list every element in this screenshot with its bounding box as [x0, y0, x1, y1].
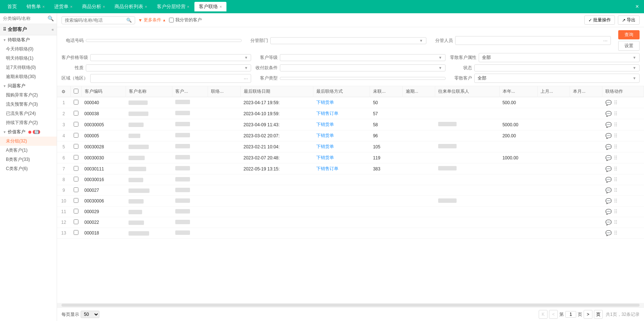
chat-icon[interactable]: 💬 [605, 187, 612, 193]
filter-search-input[interactable] [65, 18, 126, 23]
sidebar-item-classA[interactable]: A类客户(1) [0, 146, 57, 155]
row-checkbox[interactable] [74, 209, 78, 214]
chat-icon[interactable]: 💬 [605, 209, 612, 215]
sidebar-search-icon[interactable]: 🔍 [47, 15, 54, 21]
sidebar-search-input[interactable] [3, 16, 47, 21]
all-customers-header[interactable]: ⠿ 全部客户 « [0, 24, 57, 35]
sidebar-item-classB[interactable]: B类客户(33) [0, 155, 57, 164]
filter-customer-level-select[interactable]: ▼ [280, 54, 445, 61]
batch-operation-btn[interactable]: ✓ 批量操作 [584, 15, 615, 25]
close-customer-segment-icon[interactable]: × [187, 4, 189, 9]
row-checkbox[interactable] [74, 122, 78, 127]
reset-button[interactable]: 设置 [618, 41, 640, 51]
last-way-link[interactable]: 下销货单 [316, 100, 334, 105]
page-number-input[interactable] [565, 311, 576, 318]
cell-check[interactable] [70, 185, 81, 196]
row-checkbox[interactable] [74, 230, 78, 235]
cell-check[interactable] [70, 141, 81, 152]
row-checkbox[interactable] [74, 187, 78, 192]
grid-action-icon[interactable]: ⠿ [614, 155, 617, 161]
grid-action-icon[interactable]: ⠿ [614, 166, 617, 172]
chat-icon[interactable]: 💬 [605, 122, 612, 128]
query-button[interactable]: 查询 [618, 30, 640, 39]
sidebar-item-tomorrow[interactable]: 明天待联络(1) [0, 54, 57, 63]
section-problem-customer[interactable]: ▼ 问题客户 [0, 81, 57, 91]
section-value-customer[interactable]: ▼ 价值客户 🔄 [0, 127, 57, 137]
filter-payment-select[interactable]: ▼ [280, 64, 445, 71]
row-checkbox[interactable] [74, 198, 78, 203]
filter-person-input[interactable]: ··· [455, 36, 611, 45]
close-purchase-icon[interactable]: × [70, 4, 72, 9]
cell-check[interactable] [70, 119, 81, 130]
cell-check[interactable] [70, 196, 81, 207]
row-checkbox[interactable] [74, 100, 78, 105]
close-product-analysis-list-icon[interactable]: × [145, 4, 147, 9]
filter-nature-select[interactable]: ▼ [86, 64, 251, 71]
more-conditions-btn[interactable]: ▼ 更多条件 ▲ [138, 17, 166, 23]
cell-check[interactable] [70, 174, 81, 185]
close-product-analysis-icon[interactable]: × [103, 4, 105, 9]
sidebar-item-churn-warning[interactable]: 流失预警客户(3) [0, 100, 57, 109]
close-sales-icon[interactable]: × [42, 4, 45, 9]
filter-status-select[interactable]: ▼ [474, 64, 640, 71]
chat-icon[interactable]: 💬 [605, 133, 612, 139]
cell-check[interactable] [70, 152, 81, 163]
close-customer-contact-icon[interactable]: × [219, 4, 222, 9]
last-way-link[interactable]: 下销货单 [316, 122, 334, 127]
grid-action-icon[interactable]: ⠿ [614, 133, 617, 139]
th-settings[interactable]: ⚙ [57, 86, 70, 97]
sidebar-item-abnormal[interactable]: 囤购异常客户(2) [0, 91, 57, 100]
grid-action-icon[interactable]: ⠿ [614, 122, 617, 128]
chat-icon[interactable]: 💬 [605, 144, 612, 150]
region-dots-icon[interactable]: ··· [244, 75, 248, 81]
last-way-link[interactable]: 下销货单 [316, 144, 334, 149]
chat-icon[interactable]: 💬 [605, 155, 612, 161]
filter-price-level-select[interactable]: ▼ [90, 54, 251, 61]
nav-sales[interactable]: 销售单 × [22, 2, 49, 11]
sidebar-item-ungrouped[interactable]: 未分组(32) [0, 137, 57, 146]
nav-purchase[interactable]: 进货单 × [50, 2, 77, 11]
last-way-link[interactable]: 下销售订单 [316, 111, 338, 116]
filter-scatter-customer-select[interactable]: 全部 ▼ [474, 74, 640, 83]
nav-home[interactable]: 首页 [3, 2, 21, 11]
sidebar-item-today[interactable]: 今天待联络(0) [0, 45, 57, 54]
grid-action-icon[interactable]: ⠿ [614, 111, 617, 117]
per-page-select[interactable]: 50 100 200 [81, 311, 99, 318]
filter-phone-input[interactable] [86, 39, 242, 42]
grid-action-icon[interactable]: ⠿ [614, 187, 617, 193]
first-page-btn[interactable]: K [539, 310, 548, 319]
filter-dept-select[interactable]: ▼ [270, 37, 426, 44]
row-checkbox[interactable] [74, 155, 78, 160]
last-way-link[interactable]: 下销售订单 [316, 166, 338, 171]
chat-icon[interactable]: 💬 [605, 219, 612, 225]
grid-action-icon[interactable]: ⠿ [614, 198, 617, 204]
row-checkbox[interactable] [74, 219, 78, 224]
grid-action-icon[interactable]: ⠿ [614, 219, 617, 225]
last-page-btn[interactable]: 页 [594, 310, 603, 319]
sidebar-item-overdue[interactable]: 逾期未联络(30) [0, 72, 57, 81]
row-checkbox[interactable] [74, 111, 78, 116]
grid-action-icon[interactable]: ⠿ [614, 230, 617, 236]
chat-icon[interactable]: 💬 [605, 111, 612, 117]
cell-check[interactable] [70, 207, 81, 217]
horizontal-scrollbar[interactable] [61, 304, 640, 307]
chat-icon[interactable]: 💬 [605, 166, 612, 172]
collapse-all-icon[interactable]: « [52, 27, 54, 32]
grid-action-icon[interactable]: ⠿ [614, 177, 617, 183]
next-page-btn[interactable]: > [584, 310, 592, 319]
th-checkbox[interactable] [70, 86, 81, 97]
sidebar-item-churned[interactable]: 已流失客户(24) [0, 109, 57, 118]
chat-icon[interactable]: 💬 [605, 198, 612, 204]
filter-search-icon[interactable]: 🔍 [126, 18, 132, 23]
cell-check[interactable] [70, 228, 81, 239]
cell-check[interactable] [70, 108, 81, 119]
cell-check[interactable] [70, 130, 81, 141]
cell-check[interactable] [70, 217, 81, 228]
row-checkbox[interactable] [74, 177, 78, 181]
cell-check[interactable] [70, 163, 81, 174]
export-btn[interactable]: ↗ 导出 [618, 15, 640, 25]
nav-product-analysis-list[interactable]: 商品分析列表 × [110, 2, 151, 11]
row-checkbox[interactable] [74, 144, 78, 149]
last-way-link[interactable]: 下销货单 [316, 133, 334, 138]
filter-region-input[interactable]: ··· [90, 74, 251, 83]
